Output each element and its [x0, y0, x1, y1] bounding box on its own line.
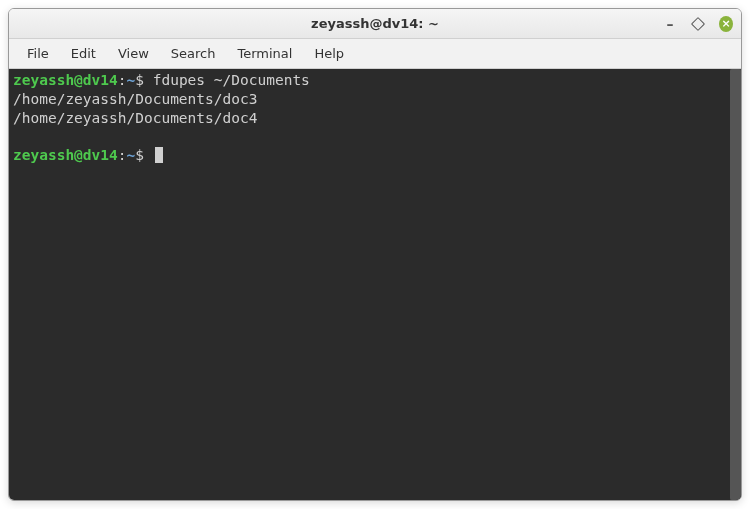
scrollbar-thumb[interactable] [730, 69, 741, 500]
cursor [155, 147, 163, 163]
maximize-button[interactable] [691, 17, 705, 31]
blank-line [13, 128, 737, 146]
window-controls: – × [663, 17, 733, 31]
close-icon: × [719, 16, 733, 32]
prompt-path: ~ [127, 72, 136, 88]
prompt-path: ~ [127, 147, 136, 163]
scrollbar[interactable] [730, 69, 741, 500]
output-line: /home/zeyassh/Documents/doc4 [13, 109, 737, 128]
menubar: File Edit View Search Terminal Help [9, 39, 741, 69]
terminal-area[interactable]: zeyassh@dv14:~$ fdupes ~/Documents /home… [9, 69, 741, 500]
menu-terminal[interactable]: Terminal [227, 42, 302, 65]
minimize-button[interactable]: – [663, 17, 677, 31]
menu-edit[interactable]: Edit [61, 42, 106, 65]
minimize-icon: – [667, 16, 674, 32]
window-title: zeyassh@dv14: ~ [311, 16, 439, 31]
terminal-line: zeyassh@dv14:~$ fdupes ~/Documents [13, 71, 737, 90]
prompt-user-host: zeyassh@dv14 [13, 72, 118, 88]
menu-search[interactable]: Search [161, 42, 226, 65]
maximize-icon [691, 16, 705, 30]
close-button[interactable]: × [719, 17, 733, 31]
terminal-line: zeyassh@dv14:~$ [13, 146, 737, 165]
titlebar: zeyassh@dv14: ~ – × [9, 9, 741, 39]
command-text: fdupes ~/Documents [153, 72, 310, 88]
menu-view[interactable]: View [108, 42, 159, 65]
prompt-symbol: $ [135, 147, 144, 163]
prompt-symbol: $ [135, 72, 144, 88]
menu-help[interactable]: Help [304, 42, 354, 65]
terminal-window: zeyassh@dv14: ~ – × File Edit View Searc… [8, 8, 742, 501]
output-line: /home/zeyassh/Documents/doc3 [13, 90, 737, 109]
prompt-user-host: zeyassh@dv14 [13, 147, 118, 163]
menu-file[interactable]: File [17, 42, 59, 65]
